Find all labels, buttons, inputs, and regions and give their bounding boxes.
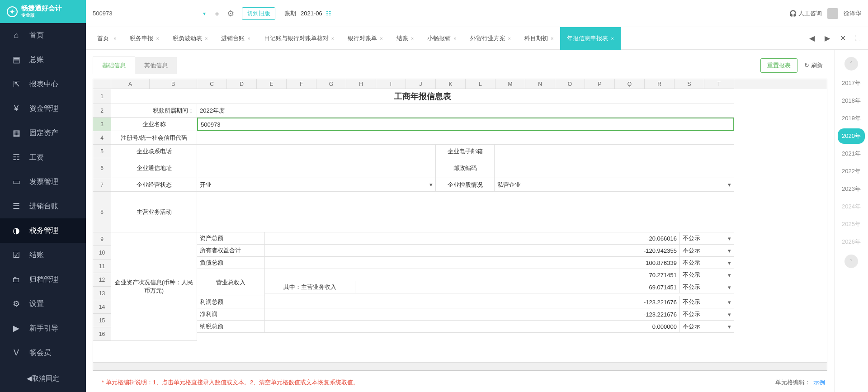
close-icon[interactable]: × <box>453 36 456 41</box>
close-icon[interactable]: × <box>156 36 159 41</box>
tab-3[interactable]: 进销台账 × <box>214 27 257 50</box>
sidebar-item-12[interactable]: ▶新手引导 <box>0 316 86 340</box>
dropdown-pub-12[interactable]: 不公示 <box>680 269 734 281</box>
cell-postcode[interactable] <box>495 158 734 178</box>
spreadsheet[interactable]: ABCDEFGHIJKLMNOPQRST 1工商年报信息表2税款所属期间：202… <box>93 79 827 371</box>
dropdown-pub-11[interactable]: 不公示 <box>680 257 734 269</box>
cell-val-16[interactable]: 0.000000 <box>265 321 680 333</box>
row-header-12[interactable]: 12 <box>93 273 111 287</box>
cell-val-14[interactable]: -123.221676 <box>265 296 680 308</box>
col-header-G[interactable]: G <box>316 79 346 89</box>
col-header-S[interactable]: S <box>675 79 704 89</box>
dropdown-pub-16[interactable]: 不公示 <box>680 321 734 333</box>
avatar[interactable] <box>827 8 838 19</box>
cell-val-13[interactable]: 69.071451 <box>355 281 680 293</box>
tab-2[interactable]: 税负波动表 × <box>166 27 214 50</box>
sidebar-item-0[interactable]: ⌂首页 <box>0 23 86 47</box>
old-version-button[interactable]: 切到旧版 <box>242 7 275 20</box>
col-header-C[interactable]: C <box>197 79 227 89</box>
sidebar-item-11[interactable]: ⚙设置 <box>0 292 86 316</box>
col-header-E[interactable]: E <box>257 79 287 89</box>
example-link[interactable]: 示例 <box>813 379 825 386</box>
tabs-close-icon[interactable]: ✕ <box>837 34 848 43</box>
col-header-L[interactable]: L <box>466 79 495 89</box>
sidebar-item-13[interactable]: V畅会员 <box>0 340 86 365</box>
close-icon[interactable]: × <box>411 36 414 41</box>
sidebar-item-3[interactable]: ¥资金管理 <box>0 96 86 121</box>
sidebar-item-5[interactable]: ☶工资 <box>0 145 86 170</box>
col-header-J[interactable]: J <box>406 79 436 89</box>
row-header-8[interactable]: 8 <box>93 192 111 232</box>
tab-7[interactable]: 小畅报销 × <box>420 27 463 50</box>
sheet-corner[interactable] <box>93 79 111 89</box>
year-up-icon[interactable]: ˄ <box>844 57 858 71</box>
row-header-10[interactable]: 10 <box>93 246 111 260</box>
year-2024年[interactable]: 2024年 <box>838 199 865 214</box>
sidebar-item-10[interactable]: 🗀归档管理 <box>0 267 86 292</box>
cell-val-10[interactable]: -120.942355 <box>265 245 680 257</box>
cell-val-9[interactable]: -20.066016 <box>265 232 680 245</box>
row-header-15[interactable]: 15 <box>93 314 111 327</box>
close-icon[interactable]: × <box>113 36 116 41</box>
username[interactable]: 徐泽华 <box>844 9 861 18</box>
col-header-D[interactable]: D <box>227 79 257 89</box>
year-2025年[interactable]: 2025年 <box>838 217 865 232</box>
sidebar-item-2[interactable]: ⇱报表中心 <box>0 72 86 96</box>
cell-company-name[interactable]: 500973 <box>197 118 734 131</box>
row-header-5[interactable]: 5 <box>93 145 111 158</box>
cell-val-12[interactable]: 70.271451 <box>265 269 680 281</box>
col-header-Q[interactable]: Q <box>615 79 645 89</box>
col-header-A[interactable]: A <box>111 79 150 89</box>
tab-5[interactable]: 银行对账单 × <box>341 27 389 50</box>
cell-email[interactable] <box>495 145 734 158</box>
sidebar-item-7[interactable]: ☰进销台账 <box>0 194 86 218</box>
col-header-R[interactable]: R <box>645 79 675 89</box>
cell-address[interactable] <box>197 158 436 178</box>
col-header-P[interactable]: P <box>585 79 615 89</box>
year-2021年[interactable]: 2021年 <box>838 146 865 161</box>
sidebar-item-8[interactable]: ◑税务管理 <box>0 218 86 243</box>
tab-1[interactable]: 税务申报 × <box>123 27 165 50</box>
dropdown-pub-15[interactable]: 不公示 <box>680 308 734 321</box>
year-2023年[interactable]: 2023年 <box>838 181 865 197</box>
cell-val-11[interactable]: 100.876339 <box>265 257 680 269</box>
close-icon[interactable]: × <box>551 36 553 41</box>
period-value[interactable]: 2021-06 <box>301 10 322 17</box>
cell-main-biz[interactable] <box>197 192 734 232</box>
col-header-M[interactable]: M <box>495 79 525 89</box>
tab-4[interactable]: 日记账与银行对账单核对 × <box>257 27 341 50</box>
close-icon[interactable]: × <box>205 36 208 41</box>
dropdown-pub-10[interactable]: 不公示 <box>680 245 734 257</box>
horizontal-scrollbar[interactable] <box>93 362 827 370</box>
sidebar-item-6[interactable]: ▭发票管理 <box>0 170 86 194</box>
rebuild-report-button[interactable]: 重置报表 <box>760 58 797 73</box>
close-icon[interactable]: × <box>380 36 382 41</box>
row-header-9[interactable]: 9 <box>93 232 111 246</box>
sidebar-item-9[interactable]: ☑结账 <box>0 243 86 267</box>
col-header-N[interactable]: N <box>525 79 555 89</box>
col-header-I[interactable]: I <box>376 79 406 89</box>
row-header-13[interactable]: 13 <box>93 287 111 300</box>
period-value[interactable]: 2022年度 <box>197 104 734 118</box>
tab-6[interactable]: 结账 × <box>390 27 420 50</box>
row-header-14[interactable]: 14 <box>93 300 111 314</box>
company-selector[interactable]: 500973 ▾ <box>93 10 210 17</box>
gear-icon[interactable]: ⚙ <box>224 9 237 19</box>
tab-basic-info[interactable]: 基础信息 <box>93 57 135 74</box>
row-header-6[interactable]: 6 <box>93 158 111 178</box>
row-header-16[interactable]: 16 <box>93 327 111 341</box>
consult-link[interactable]: 🎧 人工咨询 <box>789 9 822 18</box>
col-header-O[interactable]: O <box>555 79 585 89</box>
year-2019年[interactable]: 2019年 <box>838 111 865 126</box>
col-header-H[interactable]: H <box>346 79 376 89</box>
cell-reg-code[interactable] <box>197 131 734 145</box>
close-icon[interactable]: × <box>508 36 511 41</box>
row-header-2[interactable]: 2 <box>93 104 111 118</box>
close-icon[interactable]: × <box>611 36 613 41</box>
add-icon[interactable]: ＋ <box>210 8 224 19</box>
year-2017年[interactable]: 2017年 <box>838 76 865 91</box>
calendar-icon[interactable]: ☷ <box>326 10 331 17</box>
tab-9[interactable]: 科目期初 × <box>518 27 560 50</box>
col-header-B[interactable]: B <box>150 79 197 89</box>
dropdown-pub-14[interactable]: 不公示 <box>680 296 734 308</box>
